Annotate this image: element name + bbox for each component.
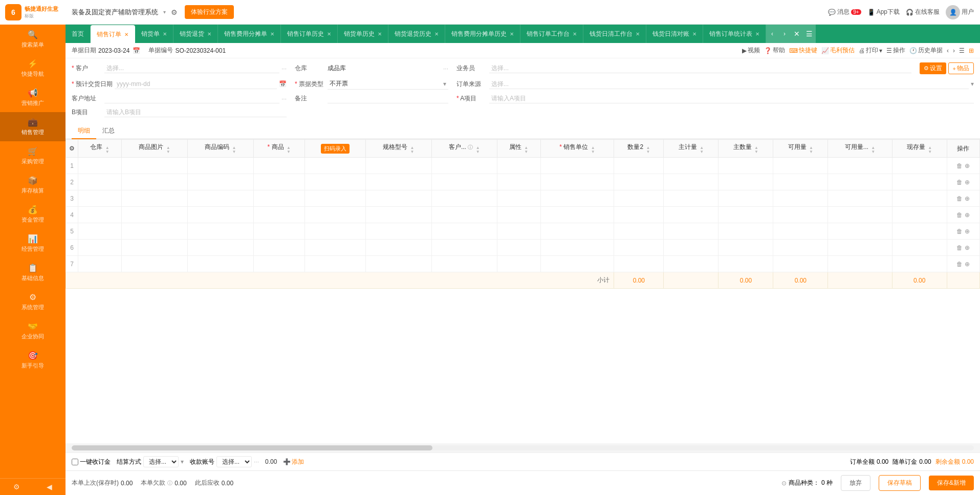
tab-close-all-button[interactable]: ✕ <box>791 25 803 43</box>
staff-input[interactable] <box>489 63 911 73</box>
tab-close-icon[interactable]: ✕ <box>573 31 577 37</box>
discard-button[interactable]: 放弃 <box>841 475 870 491</box>
row-image[interactable] <box>121 158 187 174</box>
sidebar-item-enterprise[interactable]: 🤝 企业协同 <box>0 316 66 346</box>
order-source-input[interactable] <box>489 79 969 89</box>
row-stock[interactable] <box>892 158 947 174</box>
row-copy-btn[interactable]: ⊕ <box>965 179 970 186</box>
tab-next-button[interactable]: › <box>778 25 791 43</box>
th-available2[interactable]: 可用量... ▲▼ <box>828 140 892 158</box>
scan-btn[interactable]: 扫码录入 <box>321 144 350 154</box>
history-action-button[interactable]: 🕐 历史单据 <box>909 46 943 55</box>
row-available2[interactable] <box>828 158 892 174</box>
online-service-button[interactable]: 🎧 在线客服 <box>906 8 940 16</box>
tab-close-icon[interactable]: ✕ <box>434 31 439 37</box>
row-scan[interactable] <box>304 158 365 174</box>
row-delete-btn[interactable]: 🗑 <box>956 261 963 268</box>
layout-list-icon[interactable]: ☰ <box>959 47 965 54</box>
tab-workbench[interactable]: 销售订单工作台 ✕ <box>520 25 583 43</box>
layout-grid-icon[interactable]: ⊞ <box>969 47 974 54</box>
tab-home[interactable]: 首页 <box>66 25 91 43</box>
row-delete-btn[interactable]: 🗑 <box>956 162 963 169</box>
save-draft-button[interactable]: 保存草稿 <box>879 475 921 491</box>
tab-refund-history[interactable]: 销货退货历史 ✕ <box>388 25 445 43</box>
tab-prev-button[interactable]: ‹ <box>766 25 778 43</box>
view-action-button[interactable]: ▶ 视频 <box>742 46 760 55</box>
b-project-input[interactable] <box>104 107 287 117</box>
single-no-value[interactable]: SO-20230324-001 <box>175 47 226 54</box>
row-copy-btn[interactable]: ⊕ <box>965 261 970 268</box>
user-menu-button[interactable]: 👤 用户 <box>946 5 974 19</box>
row-goods[interactable] <box>253 158 304 174</box>
profit-action-button[interactable]: 📈 毛利预估 <box>821 46 855 55</box>
th-attribute[interactable]: 属性 ▲▼ <box>497 140 540 158</box>
row-spec[interactable] <box>365 158 431 174</box>
add-button[interactable]: ➕ 添加 <box>283 458 304 466</box>
row-main-unit[interactable] <box>664 158 718 174</box>
delivery-input[interactable] <box>115 79 277 89</box>
th-code[interactable]: 商品编码 ▲▼ <box>187 140 253 158</box>
add-item-btn[interactable]: + 物品 <box>948 62 974 74</box>
row-copy-btn[interactable]: ⊕ <box>965 228 970 235</box>
row-delete-btn[interactable]: 🗑 <box>956 195 963 202</box>
warehouse-more-icon[interactable]: ··· <box>443 65 448 72</box>
account-more-icon[interactable]: ··· <box>254 458 259 465</box>
settings-btn[interactable]: ⚙ 设置 <box>920 62 946 74</box>
tab-order-history[interactable]: 销售订单历史 ✕ <box>281 25 338 43</box>
tab-close-icon[interactable]: ✕ <box>327 31 331 37</box>
th-image[interactable]: 商品图片 ▲▼ <box>121 140 187 158</box>
tab-sales-order[interactable]: 销售订单 ✕ <box>91 25 135 43</box>
tab-return-history[interactable]: 销货单历史 ✕ <box>338 25 388 43</box>
tab-close-icon[interactable]: ✕ <box>510 31 514 37</box>
customer-input[interactable] <box>104 63 279 73</box>
calendar-icon2[interactable]: 📅 <box>279 80 287 88</box>
app-download-button[interactable]: 📱 App下载 <box>867 8 900 16</box>
tab-sales-return[interactable]: 销货单 ✕ <box>135 25 173 43</box>
tab-close-icon[interactable]: ✕ <box>207 31 211 37</box>
topbar-gear-icon[interactable]: ⚙ <box>171 8 178 16</box>
row-copy-btn[interactable]: ⊕ <box>965 162 970 169</box>
operate-action-button[interactable]: ☰ 操作 <box>886 46 905 55</box>
tab-fee-history[interactable]: 销售费用分摊单历史 ✕ <box>445 25 520 43</box>
th-spec[interactable]: 规格型号 ▲▼ <box>365 140 431 158</box>
sidebar-item-inventory[interactable]: 📦 库存核算 <box>0 170 66 200</box>
tab-summary[interactable]: 汇总 <box>96 123 121 138</box>
help-action-button[interactable]: ❓ 帮助 <box>764 46 785 55</box>
row-qty2[interactable] <box>614 158 664 174</box>
row-warehouse[interactable] <box>78 158 122 174</box>
th-warehouse[interactable]: 仓库 ▲▼ <box>78 140 122 158</box>
row-delete-btn[interactable]: 🗑 <box>956 179 963 186</box>
calendar-icon[interactable]: 📅 <box>133 47 140 54</box>
tab-close-icon[interactable]: ✕ <box>163 31 167 37</box>
tab-sales-stat[interactable]: 销售订单统计表 ✕ <box>703 25 766 43</box>
th-available[interactable]: 可用量 ▲▼ <box>773 140 828 158</box>
row-attribute[interactable] <box>497 158 540 174</box>
tab-menu-button[interactable]: ☰ <box>803 25 816 43</box>
th-stock[interactable]: 现存量 ▲▼ <box>892 140 947 158</box>
row-code[interactable] <box>187 158 253 174</box>
message-button[interactable]: 💬 消息 9+ <box>828 8 861 16</box>
row-main-qty[interactable] <box>718 158 773 174</box>
scroll-thumb[interactable] <box>72 445 432 450</box>
tab-close-icon[interactable]: ✕ <box>378 31 382 37</box>
tab-detail[interactable]: 明细 <box>72 123 96 139</box>
sidebar-item-basic[interactable]: 📋 基础信息 <box>0 258 66 287</box>
notes-input[interactable] <box>328 94 448 103</box>
collapse-icon[interactable]: ◀ <box>47 483 52 491</box>
one-click-checkbox[interactable]: 一键收订金 <box>72 458 111 466</box>
th-main-qty[interactable]: 主数量 ▲▼ <box>718 140 773 158</box>
sidebar-item-system[interactable]: ⚙ 系统管理 <box>0 287 66 316</box>
row-customer-code[interactable] <box>431 158 497 174</box>
th-setting[interactable]: ⚙ <box>66 140 78 158</box>
tab-cash-daily[interactable]: 钱货日清工作台 ✕ <box>583 25 646 43</box>
row-copy-btn[interactable]: ⊕ <box>965 244 970 251</box>
account-select[interactable]: 选择... <box>216 456 252 467</box>
tab-close-icon[interactable]: ✕ <box>636 31 640 37</box>
system-dropdown-icon[interactable]: ▾ <box>163 9 166 15</box>
print-action-button[interactable]: 🖨 打印 ▾ <box>859 46 882 55</box>
save-new-button[interactable]: 保存&新增 <box>929 476 974 490</box>
th-customer-code[interactable]: 客户... ⓘ ▲▼ <box>431 140 497 158</box>
sidebar-item-operation[interactable]: 📊 经营管理 <box>0 229 66 258</box>
horizontal-scrollbar[interactable] <box>72 445 974 450</box>
shortcut-action-button[interactable]: ⌨ 快捷键 <box>789 46 817 55</box>
